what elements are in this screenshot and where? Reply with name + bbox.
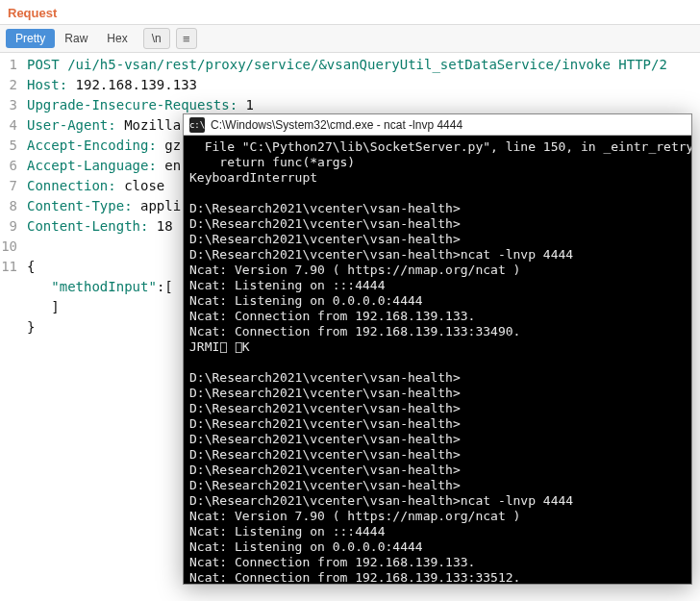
terminal-line: D:\Research2021\vcenter\vsan-health>ncat… <box>189 247 686 263</box>
gutter-line: 2 <box>0 75 17 95</box>
terminal-line: Ncat: Connection from 192.168.139.133. <box>189 309 686 324</box>
terminal-line: D:\Research2021\vcenter\vsan-health> <box>189 370 686 386</box>
code-line: Upgrade-Insecure-Requests: 1 <box>27 95 667 115</box>
terminal-line <box>189 355 686 370</box>
hamburger-icon[interactable]: ≡ <box>176 28 197 49</box>
terminal-line <box>189 186 686 201</box>
newline-toggle[interactable]: \n <box>143 28 170 49</box>
gutter-line: 6 <box>0 156 17 176</box>
terminal-line: D:\Research2021\vcenter\vsan-health> <box>189 432 686 447</box>
gutter-line: 5 <box>0 136 17 156</box>
terminal-titlebar[interactable]: c:\ C:\Windows\System32\cmd.exe - ncat -… <box>184 114 691 136</box>
tab-pretty[interactable]: Pretty <box>6 29 55 48</box>
cmd-icon: c:\ <box>189 117 205 133</box>
gutter-line: 3 <box>0 95 17 115</box>
terminal-line: JRMI   K <box>189 339 686 355</box>
terminal-line: Ncat: Listening on 0.0.0.0:4444 <box>189 539 686 555</box>
tab-hex[interactable]: Hex <box>97 29 137 48</box>
terminal-body[interactable]: File "C:\Python27\lib\SocketServer.py", … <box>184 136 691 584</box>
request-toolbar: Pretty Raw Hex \n ≡ <box>0 25 700 53</box>
terminal-line: Ncat: Listening on :::4444 <box>189 278 686 293</box>
terminal-line: D:\Research2021\vcenter\vsan-health> <box>189 216 686 232</box>
code-line: Host: 192.168.139.133 <box>27 75 667 95</box>
terminal-line: Ncat: Listening on :::4444 <box>189 524 686 539</box>
line-gutter: 1234567891011 <box>0 53 21 339</box>
terminal-line: Ncat: Connection from 192.168.139.133:33… <box>189 324 686 339</box>
tab-raw[interactable]: Raw <box>55 29 97 48</box>
gutter-line: 1 <box>0 55 17 75</box>
terminal-line: D:\Research2021\vcenter\vsan-health> <box>189 401 686 416</box>
gutter-line: 4 <box>0 115 17 136</box>
terminal-line: KeyboardInterrupt <box>189 170 686 186</box>
terminal-line: Ncat: Connection from 192.168.139.133:33… <box>189 570 686 584</box>
terminal-line: D:\Research2021\vcenter\vsan-health> <box>189 463 686 478</box>
terminal-line: Ncat: Version 7.90 ( https://nmap.org/nc… <box>189 509 686 524</box>
terminal-line: Ncat: Connection from 192.168.139.133. <box>189 555 686 570</box>
terminal-line: Ncat: Listening on 0.0.0.0:4444 <box>189 293 686 309</box>
code-line: POST /ui/h5-vsan/rest/proxy/service/&vsa… <box>27 55 667 75</box>
gutter-line: 8 <box>0 196 17 216</box>
terminal-line: return func(*args) <box>189 155 686 170</box>
terminal-line: D:\Research2021\vcenter\vsan-health> <box>189 478 686 493</box>
gutter-line: 11 <box>0 257 17 277</box>
gutter-line: 10 <box>0 237 17 257</box>
terminal-line: D:\Research2021\vcenter\vsan-health> <box>189 201 686 216</box>
gutter-line: 9 <box>0 216 17 237</box>
gutter-line: 7 <box>0 176 17 196</box>
terminal-line: File "C:\Python27\lib\SocketServer.py", … <box>189 139 686 155</box>
terminal-line: D:\Research2021\vcenter\vsan-health> <box>189 232 686 247</box>
terminal-line: D:\Research2021\vcenter\vsan-health> <box>189 447 686 463</box>
panel-title: Request <box>0 0 700 25</box>
terminal-line: D:\Research2021\vcenter\vsan-health>ncat… <box>189 493 686 509</box>
terminal-window[interactable]: c:\ C:\Windows\System32\cmd.exe - ncat -… <box>183 113 692 585</box>
terminal-line: D:\Research2021\vcenter\vsan-health> <box>189 416 686 432</box>
terminal-line: D:\Research2021\vcenter\vsan-health> <box>189 386 686 401</box>
terminal-line: Ncat: Version 7.90 ( https://nmap.org/nc… <box>189 263 686 278</box>
terminal-title: C:\Windows\System32\cmd.exe - ncat -lnvp… <box>211 118 462 132</box>
